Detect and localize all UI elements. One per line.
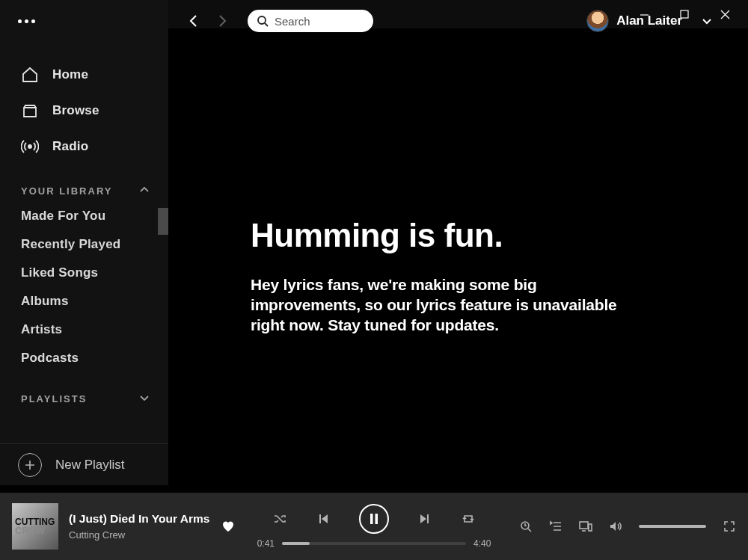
nav-radio[interactable]: Radio	[0, 129, 168, 164]
browse-icon	[21, 102, 39, 120]
library-item-liked-songs[interactable]: Liked Songs	[0, 259, 168, 287]
now-playing-bar: CUTTING CREW (I Just) Died In Your Arms …	[0, 493, 748, 560]
time-duration: 4:40	[473, 538, 491, 549]
username: Alan Laiter	[616, 13, 682, 28]
nav-forward-button[interactable]	[213, 12, 231, 30]
playlists-title: PLAYLISTS	[21, 393, 87, 404]
user-menu[interactable]: Alan Laiter	[586, 10, 714, 32]
chevron-down-icon[interactable]	[138, 392, 152, 405]
library-header[interactable]: YOUR LIBRARY	[0, 184, 168, 202]
pause-button[interactable]	[359, 504, 389, 534]
search-input[interactable]	[275, 15, 364, 28]
library-item-made-for-you[interactable]: Made For You	[0, 202, 168, 230]
nav-label: Radio	[52, 139, 88, 154]
menu-dots-button[interactable]	[0, 0, 168, 42]
library-item-albums[interactable]: Albums	[0, 287, 168, 316]
svg-rect-7	[589, 524, 592, 531]
chevron-down-icon	[700, 14, 714, 28]
volume-button[interactable]	[609, 520, 622, 533]
content-header: Alan Laiter	[168, 0, 748, 42]
svg-rect-4	[375, 514, 378, 524]
devices-button[interactable]	[579, 520, 592, 533]
library-title: YOUR LIBRARY	[21, 185, 112, 197]
nav-back-button[interactable]	[185, 12, 203, 30]
progress-fill	[282, 542, 310, 545]
search-icon	[257, 15, 269, 27]
time-elapsed: 0:41	[257, 538, 275, 549]
svg-point-2	[258, 16, 266, 24]
fullscreen-button[interactable]	[723, 520, 736, 533]
track-title[interactable]: (I Just) Died In Your Arms	[69, 512, 209, 526]
hero-title: Humming is fun.	[251, 217, 703, 254]
sidebar: Home Browse Radio YOUR LIBRARY Made For …	[0, 0, 168, 485]
home-icon	[21, 66, 39, 84]
queue-button[interactable]	[549, 520, 562, 533]
shuffle-button[interactable]	[272, 511, 287, 526]
next-button[interactable]	[417, 511, 432, 526]
nav-browse[interactable]: Browse	[0, 93, 168, 129]
plus-icon	[18, 453, 42, 477]
radio-icon	[21, 138, 39, 156]
library-item-artists[interactable]: Artists	[0, 316, 168, 344]
playlists-header[interactable]: PLAYLISTS	[0, 392, 168, 410]
repeat-button[interactable]	[461, 511, 476, 526]
volume-slider[interactable]	[639, 525, 706, 528]
progress-bar[interactable]	[282, 542, 466, 545]
new-playlist-label: New Playlist	[55, 458, 125, 473]
new-playlist-button[interactable]: New Playlist	[0, 443, 168, 485]
album-art[interactable]: CUTTING CREW	[12, 503, 58, 550]
avatar	[586, 10, 609, 32]
main-content: Alan Laiter Humming is fun. Hey lyrics f…	[168, 0, 748, 485]
nav-label: Home	[52, 67, 88, 82]
hero-subtitle: Hey lyrics fans, we're making some big i…	[251, 275, 647, 336]
nav-home[interactable]: Home	[0, 57, 168, 93]
chevron-up-icon[interactable]	[138, 184, 152, 197]
previous-button[interactable]	[316, 511, 331, 526]
search-field[interactable]	[248, 10, 373, 32]
nav-label: Browse	[52, 103, 99, 118]
library-item-podcasts[interactable]: Podcasts	[0, 344, 168, 372]
sidebar-scrollbar[interactable]	[158, 208, 168, 235]
like-button[interactable]	[221, 520, 235, 533]
lyrics-button[interactable]	[519, 520, 533, 533]
svg-rect-6	[580, 522, 588, 529]
library-item-recently-played[interactable]: Recently Played	[0, 230, 168, 259]
svg-rect-3	[370, 514, 373, 524]
svg-point-0	[28, 145, 31, 148]
track-artist[interactable]: Cutting Crew	[69, 529, 209, 541]
